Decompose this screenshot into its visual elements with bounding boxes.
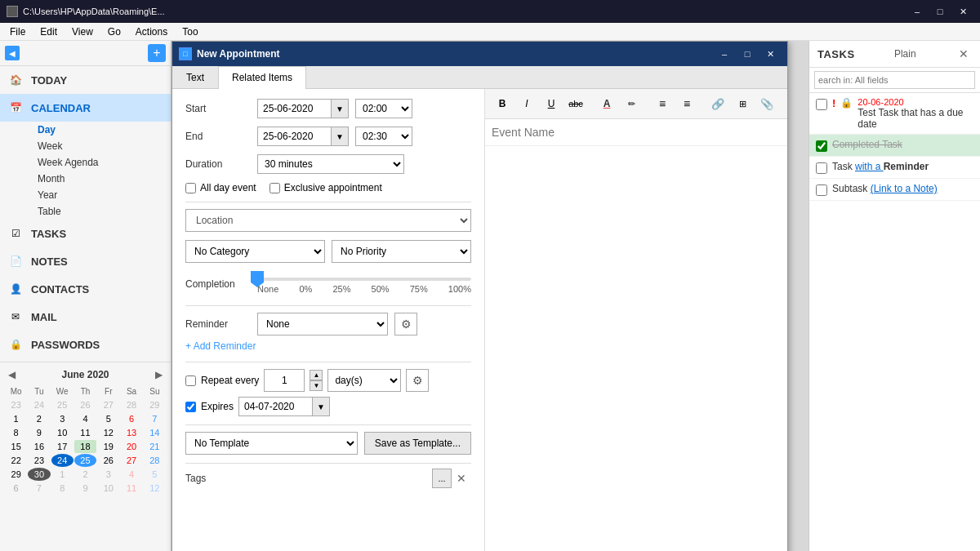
mini-cal-day[interactable]: 17 [51,440,74,453]
task-1-checkbox[interactable] [816,99,827,110]
mini-cal-day[interactable]: 8 [5,426,27,439]
dialog-minimize-button[interactable]: – [714,46,735,62]
link-button[interactable]: 🔗 [707,93,728,114]
mini-cal-day[interactable]: 10 [51,426,74,439]
task-4-checkbox[interactable] [816,184,827,196]
tab-related-items[interactable]: Related Items [218,66,306,89]
mini-cal-day[interactable]: 26 [74,398,96,411]
mini-cal-day[interactable]: 12 [97,426,119,439]
mini-cal-day[interactable]: 9 [28,426,50,439]
repeat-decrement-button[interactable]: ▼ [310,380,323,391]
outer-maximize-button[interactable]: □ [929,3,951,20]
mini-cal-day[interactable]: 27 [97,398,119,411]
mini-cal-day[interactable]: 22 [5,454,27,467]
end-time-select[interactable]: 02:30 03:00 [355,127,412,146]
mini-calendar-prev-button[interactable]: ◀ [5,367,19,382]
tasks-search-input[interactable] [814,71,975,89]
sidebar-item-notes[interactable]: 📄 NOTES [0,247,171,275]
start-date-picker-button[interactable]: ▼ [331,99,349,118]
mini-cal-day[interactable]: 2 [74,468,96,481]
menu-edit[interactable]: Edit [33,24,64,39]
mini-cal-day[interactable]: 23 [28,454,50,467]
all-day-input[interactable] [185,183,196,193]
start-date-input[interactable] [257,99,331,118]
mini-cal-day-25-today[interactable]: 25 [74,454,96,467]
location-select[interactable]: Location [185,209,471,232]
mini-cal-day[interactable]: 14 [144,426,166,439]
expires-date-input[interactable] [238,397,312,416]
mini-cal-day[interactable]: 29 [144,398,166,411]
event-name-input[interactable] [485,119,787,146]
mini-cal-day[interactable]: 25 [51,398,74,411]
mini-cal-day[interactable]: 27 [120,454,142,467]
calendar-sub-year[interactable]: Year [31,187,171,203]
calendar-sub-week-agenda[interactable]: Week Agenda [31,154,171,171]
mini-cal-day[interactable]: 23 [5,398,27,411]
start-time-select[interactable]: 02:00 02:30 03:00 [355,99,412,118]
mini-cal-day[interactable]: 13 [120,426,142,439]
sidebar-item-today[interactable]: 🏠 TODAY [0,66,171,94]
mini-cal-day[interactable]: 5 [144,468,166,481]
mini-cal-day[interactable]: 28 [120,398,142,411]
mini-cal-day[interactable]: 1 [51,468,74,481]
task-2-checkbox[interactable] [816,140,827,152]
mini-cal-day[interactable]: 3 [97,468,119,481]
outer-close-button[interactable]: ✕ [952,3,973,20]
mini-cal-day[interactable]: 4 [74,412,96,425]
mini-cal-day[interactable]: 29 [5,468,27,481]
outer-minimize-button[interactable]: – [906,3,928,20]
sidebar-item-contacts[interactable]: 👤 CONTACTS [0,275,171,303]
mini-cal-day[interactable]: 15 [5,440,27,453]
menu-actions[interactable]: Actions [129,24,174,39]
tags-input[interactable] [226,469,432,488]
table-insert-button[interactable]: ⊞ [732,93,753,114]
sidebar-item-passwords[interactable]: 🔒 PASSWORDS [0,331,171,358]
sidebar-add-button[interactable]: + [148,44,166,62]
expires-date-picker-button[interactable]: ▼ [312,397,330,416]
repeat-settings-button[interactable]: ⚙ [406,369,429,392]
menu-go[interactable]: Go [101,24,127,39]
mini-cal-day[interactable]: 3 [51,412,74,425]
mini-cal-day[interactable]: 21 [144,440,166,453]
save-template-button[interactable]: Save as Template... [364,432,471,455]
tasks-panel-close-button[interactable]: ✕ [956,46,972,62]
repeat-increment-button[interactable]: ▲ [310,370,323,380]
task-3-link[interactable]: with a [855,161,884,172]
expires-checkbox[interactable] [185,402,196,412]
repeat-checkbox[interactable] [185,375,196,386]
mini-cal-day[interactable]: 7 [144,412,166,425]
mini-cal-day[interactable]: 11 [74,426,96,439]
tags-close-button[interactable]: ✕ [452,469,471,488]
attach-button[interactable]: 📎 [756,93,777,114]
bullet-list-button[interactable]: ≡ [652,93,673,114]
template-select[interactable]: No Template [185,432,358,455]
strikethrough-button[interactable]: abc [565,93,586,114]
mini-cal-day[interactable]: 9 [74,482,96,495]
add-reminder-link[interactable]: + Add Reminder [185,339,471,353]
sidebar-item-tasks[interactable]: ☑ TASKS [0,220,171,247]
mini-cal-day[interactable]: 16 [28,440,50,453]
reminder-select[interactable]: None 5 minutes 15 minutes 30 minutes [257,313,388,335]
mini-cal-day[interactable]: 12 [144,482,166,495]
calendar-sub-day[interactable]: Day [31,122,171,138]
font-color-button[interactable]: A [596,93,617,114]
category-select[interactable]: No Category [185,240,325,263]
mini-cal-day[interactable]: 6 [120,412,142,425]
underline-button[interactable]: U [541,93,562,114]
dialog-maximize-button[interactable]: □ [737,46,758,62]
sidebar-item-mail[interactable]: ✉ MAIL [0,303,171,331]
exclusive-checkbox[interactable]: Exclusive appointment [270,182,382,193]
menu-tools[interactable]: Too [176,24,204,39]
mini-cal-day[interactable]: 5 [97,412,119,425]
end-date-input[interactable] [257,127,331,146]
mini-cal-day[interactable]: 4 [120,468,142,481]
repeat-unit-select[interactable]: day(s) week(s) month(s) [327,369,401,392]
mini-cal-day[interactable]: 8 [51,482,74,495]
duration-select[interactable]: 30 minutes 1 hour 2 hours [257,154,404,174]
dialog-close-button[interactable]: ✕ [760,46,781,62]
mini-cal-day[interactable]: 6 [5,482,27,495]
mini-cal-day[interactable]: 20 [120,440,142,453]
menu-view[interactable]: View [65,24,100,39]
mini-cal-day[interactable]: 11 [120,482,142,495]
mini-cal-day[interactable]: 26 [97,454,119,467]
